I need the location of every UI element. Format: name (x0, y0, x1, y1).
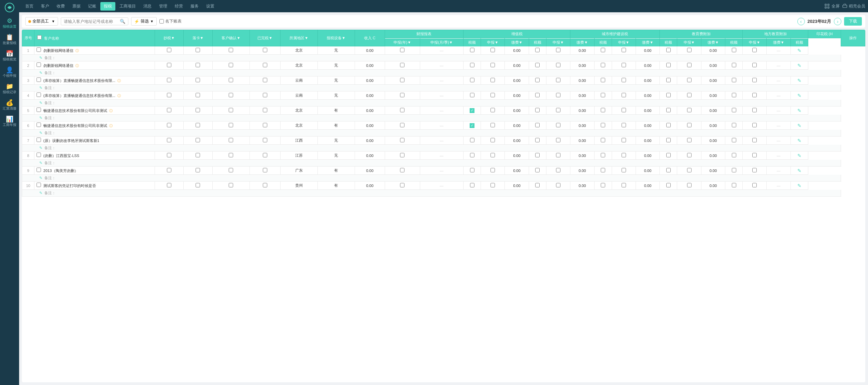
zengjia_jiaofei-checkbox[interactable] (490, 93, 495, 97)
row-caibao-nian[interactable] (385, 137, 420, 145)
yi_baoshe-checkbox[interactable] (263, 168, 267, 172)
yi_baoshe-checkbox[interactable] (263, 183, 267, 187)
row-select-checkbox[interactable] (37, 123, 41, 127)
row-kehu-queren[interactable] (212, 46, 250, 55)
caibao_nian-checkbox[interactable] (400, 138, 404, 142)
luoka-checkbox[interactable] (196, 183, 200, 187)
caibao_nian-checkbox[interactable] (400, 123, 404, 127)
zengjia_shenbao-checkbox[interactable] (470, 93, 474, 97)
difang_jiaofei-checkbox[interactable] (687, 93, 692, 97)
row-edit[interactable]: ✎ (791, 182, 808, 190)
luoka-checkbox[interactable] (196, 78, 200, 82)
row-jiaoyu-shenbao[interactable] (594, 106, 612, 115)
zengjia_jiaofei-checkbox[interactable] (490, 48, 495, 52)
row-difang-jiaofei[interactable] (677, 167, 701, 175)
row-luoka[interactable] (184, 122, 213, 130)
next-month-button[interactable]: › (834, 18, 841, 25)
row-difang-jiaofei[interactable] (677, 122, 701, 130)
chengshi_shenbao-checkbox[interactable] (535, 183, 540, 187)
chengshi_shenbao-checkbox[interactable] (535, 48, 540, 52)
kehu_queren-checkbox[interactable] (229, 138, 233, 142)
th-yinhua-jiaofei[interactable]: 缴费▼ (767, 38, 791, 46)
th-baoshe-shebei[interactable]: 报税设备▼ (317, 30, 355, 46)
luoka-checkbox[interactable] (196, 153, 200, 157)
yinhua_jiaofei-checkbox[interactable] (752, 153, 757, 157)
kehu_queren-checkbox[interactable] (229, 48, 233, 52)
row-yinhua-shenbao[interactable] (725, 152, 743, 160)
row-difang-shenbao[interactable] (660, 122, 677, 130)
row-yi-baoshe[interactable] (250, 182, 280, 190)
zengjia_jiaofei-checkbox[interactable] (490, 108, 495, 112)
row-yinhua-jiaofei[interactable] (743, 122, 767, 130)
jiaoyu_shenbao-checkbox[interactable] (601, 168, 605, 172)
saoshe-checkbox[interactable] (167, 168, 171, 172)
row-yinhua-jiaofei[interactable] (743, 46, 767, 55)
row-luoka[interactable] (184, 46, 213, 55)
row-difang-jiaofei[interactable] (677, 91, 701, 100)
difang_jiaofei-checkbox[interactable] (687, 78, 692, 82)
row-chengshi-shenbao[interactable] (529, 167, 546, 175)
th-kehu-queren[interactable]: 客户确认▼ (212, 30, 250, 46)
th-chengshi-shenbao[interactable]: 申报▼ (546, 38, 570, 46)
difang_jiaofei-checkbox[interactable] (687, 168, 692, 172)
row-yinhua-shenbao[interactable] (725, 61, 743, 70)
row-zengjia-jiaofei[interactable] (481, 91, 505, 100)
row-jiaoyu-shenbao[interactable] (594, 167, 612, 175)
row-chengshi-shenbao[interactable] (529, 122, 546, 130)
row-yi-baoshe[interactable] (250, 61, 280, 70)
saoshe-checkbox[interactable] (167, 138, 171, 142)
row-yinhua-jiaofei[interactable] (743, 91, 767, 100)
row-yinhua-jiaofei[interactable] (743, 76, 767, 85)
row-chengshi-shenbao[interactable] (529, 106, 546, 115)
jiaoyu_jiaofei-checkbox[interactable] (622, 138, 626, 142)
zengjia_shenbao-checkbox[interactable] (470, 48, 474, 52)
row-difang-shenbao[interactable] (660, 182, 677, 190)
jiaoyu_jiaofei-checkbox[interactable] (622, 168, 626, 172)
row-luoka[interactable] (184, 167, 213, 175)
row-difang-jiaofei[interactable] (677, 152, 701, 160)
zengjia_jiaofei-checkbox[interactable] (490, 168, 495, 172)
yinhua_shenbao-checkbox[interactable] (732, 108, 736, 112)
caibao_nian-checkbox[interactable] (400, 78, 404, 82)
th-yinhua-shenbao[interactable]: 申报▼ (743, 38, 767, 46)
row-yinhua-jiaofei[interactable] (743, 152, 767, 160)
row-jiaoyu-shenbao[interactable] (594, 61, 612, 70)
saoshe-checkbox[interactable] (167, 123, 171, 127)
row-select-checkbox[interactable] (37, 153, 41, 157)
row-kehu-queren[interactable] (212, 152, 250, 160)
chengshi_shenbao-checkbox[interactable] (535, 123, 540, 127)
download-button[interactable]: 下载 (844, 17, 862, 26)
row-luoka[interactable] (184, 106, 213, 115)
chengshi_jiaofei-checkbox[interactable] (556, 123, 560, 127)
yinhua_jiaofei-checkbox[interactable] (752, 123, 757, 127)
yinhua_jiaofei-checkbox[interactable] (752, 138, 757, 142)
row-difang-shenbao[interactable] (660, 61, 677, 70)
kehu_queren-checkbox[interactable] (229, 153, 233, 157)
row-chengshi-jiaofei[interactable] (546, 182, 570, 190)
yinhua_jiaofei-checkbox[interactable] (752, 63, 757, 67)
row-chengshi-jiaofei[interactable] (546, 46, 570, 55)
jiaoyu_shenbao-checkbox[interactable] (601, 153, 605, 157)
row-jiaoyu-jiaofei[interactable] (612, 122, 636, 130)
row-zengjia-shenbao[interactable] (464, 61, 481, 70)
vip-button[interactable]: 稻壳会员 (842, 3, 865, 9)
row-luoka[interactable] (184, 137, 213, 145)
row-jiaoyu-jiaofei[interactable] (612, 46, 636, 55)
difang_shenbao-checkbox[interactable] (666, 108, 671, 112)
row-saoshe[interactable] (155, 46, 184, 55)
yinhua_shenbao-checkbox[interactable] (732, 138, 736, 142)
kehu_queren-checkbox[interactable] (229, 78, 233, 82)
row-yi-baoshe[interactable] (250, 76, 280, 85)
saoshe-checkbox[interactable] (167, 63, 171, 67)
kehu_queren-checkbox[interactable] (229, 93, 233, 97)
row-chengshi-jiaofei[interactable] (546, 61, 570, 70)
row-yi-baoshe[interactable] (250, 122, 280, 130)
row-select-checkbox[interactable] (37, 183, 41, 187)
row-kehu-queren[interactable] (212, 122, 250, 130)
row-edit[interactable]: ✎ (791, 137, 808, 145)
row-zengjia-shenbao[interactable] (464, 137, 481, 145)
search-input[interactable] (64, 19, 118, 24)
row-edit[interactable]: ✎ (791, 46, 808, 55)
th-chengshi-jiaofei[interactable]: 缴费▼ (570, 38, 594, 46)
nav-baoshe[interactable]: 报税 (100, 2, 115, 11)
